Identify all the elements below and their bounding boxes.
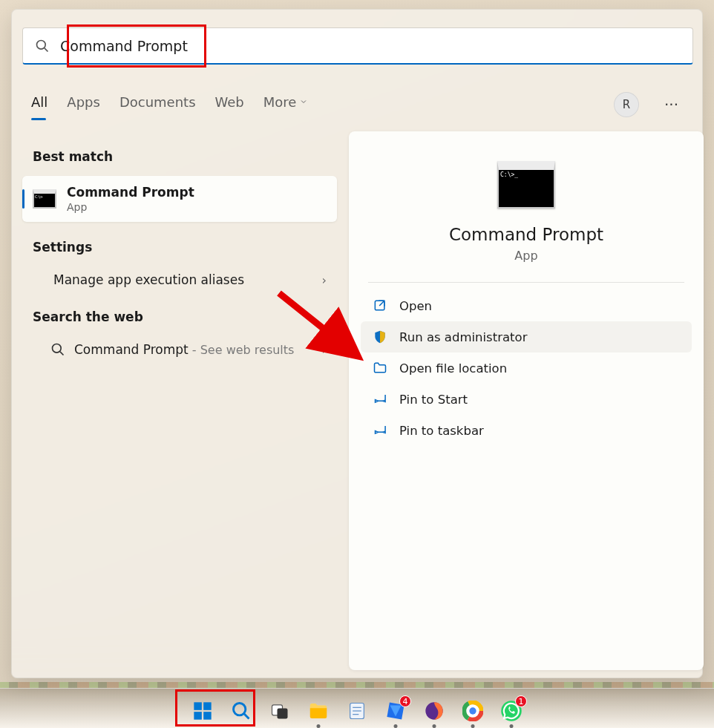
svg-rect-11: [203, 712, 212, 720]
action-open-file-location[interactable]: Open file location: [361, 352, 692, 384]
action-label: Pin to Start: [399, 393, 468, 407]
taskbar: 4 1: [0, 688, 714, 728]
details-subtitle: App: [361, 249, 692, 263]
best-match-subtitle: App: [67, 201, 194, 213]
search-input[interactable]: [60, 38, 681, 54]
web-hint-text: - See web results: [189, 343, 295, 357]
best-match-result[interactable]: Command Prompt App: [22, 176, 337, 222]
cmd-icon: [33, 189, 56, 209]
notepad-button[interactable]: [343, 697, 371, 725]
search-icon: [50, 342, 65, 357]
user-avatar[interactable]: R: [614, 92, 639, 117]
whatsapp-button[interactable]: 1: [497, 697, 525, 725]
svg-rect-9: [203, 702, 212, 710]
shield-icon: [373, 329, 387, 344]
search-box[interactable]: [22, 27, 693, 65]
action-label: Open: [399, 299, 432, 313]
firefox-button[interactable]: [420, 697, 448, 725]
search-container: [22, 27, 693, 65]
action-run-as-administrator[interactable]: Run as administrator: [361, 321, 692, 352]
results-left-column: Best match Command Prompt App Settings M…: [22, 142, 337, 367]
details-title: Command Prompt: [361, 225, 692, 244]
divider: [368, 282, 684, 283]
tab-more[interactable]: More: [263, 94, 309, 116]
more-options-button[interactable]: ···: [658, 93, 684, 117]
search-button[interactable]: [227, 697, 255, 725]
best-match-heading: Best match: [22, 142, 337, 171]
svg-rect-10: [194, 712, 202, 720]
tab-documents[interactable]: Documents: [119, 94, 196, 116]
start-button[interactable]: [189, 697, 217, 725]
svg-point-25: [469, 707, 476, 714]
svg-line-5: [379, 301, 384, 306]
chevron-down-icon: [299, 97, 308, 106]
folder-icon: [373, 361, 387, 376]
settings-item-label: Manage app execution aliases: [53, 272, 244, 287]
action-label: Pin to taskbar: [399, 424, 484, 438]
taskbar-icons: 4 1: [189, 697, 525, 725]
filter-tabs: All Apps Documents Web More R ···: [31, 90, 684, 119]
file-explorer-button[interactable]: [304, 697, 333, 725]
cmd-icon-large: [497, 161, 555, 209]
search-web-heading: Search the web: [22, 302, 337, 332]
tab-web[interactable]: Web: [215, 94, 244, 116]
web-result-item[interactable]: Command Prompt - See web results ›: [22, 332, 337, 367]
badge: 1: [515, 695, 527, 707]
action-pin-to-taskbar[interactable]: Pin to taskbar: [361, 415, 692, 446]
settings-heading: Settings: [22, 232, 337, 262]
chevron-right-icon: ›: [322, 273, 327, 287]
svg-rect-8: [194, 702, 202, 710]
tab-apps[interactable]: Apps: [67, 94, 100, 116]
svg-point-12: [234, 704, 246, 715]
best-match-title: Command Prompt: [67, 185, 194, 200]
web-query-text: Command Prompt: [74, 342, 189, 357]
svg-point-2: [53, 344, 62, 353]
svg-line-1: [45, 47, 48, 51]
svg-line-13: [244, 714, 249, 718]
action-open[interactable]: Open: [361, 290, 692, 321]
desktop-edge: [0, 682, 714, 688]
open-icon: [373, 298, 387, 313]
details-panel: Command Prompt App Open Run as administr…: [349, 131, 704, 670]
svg-line-3: [60, 352, 64, 355]
action-label: Run as administrator: [399, 330, 527, 344]
pin-icon: [373, 423, 387, 438]
task-view-button[interactable]: [266, 697, 294, 725]
action-label: Open file location: [399, 361, 507, 376]
tab-all[interactable]: All: [31, 94, 48, 116]
chrome-button[interactable]: [459, 697, 487, 725]
pin-icon: [373, 392, 387, 407]
action-pin-to-start[interactable]: Pin to Start: [361, 384, 692, 415]
badge: 4: [399, 695, 411, 707]
svg-point-0: [37, 40, 46, 49]
start-search-panel: All Apps Documents Web More R ··· Best m…: [11, 9, 703, 678]
svg-rect-15: [278, 709, 288, 719]
search-icon: [35, 39, 50, 53]
chevron-right-icon: ›: [322, 343, 327, 357]
tab-more-label: More: [263, 94, 297, 110]
settings-result-item[interactable]: Manage app execution aliases ›: [22, 262, 337, 298]
edge-button[interactable]: 4: [381, 697, 410, 725]
